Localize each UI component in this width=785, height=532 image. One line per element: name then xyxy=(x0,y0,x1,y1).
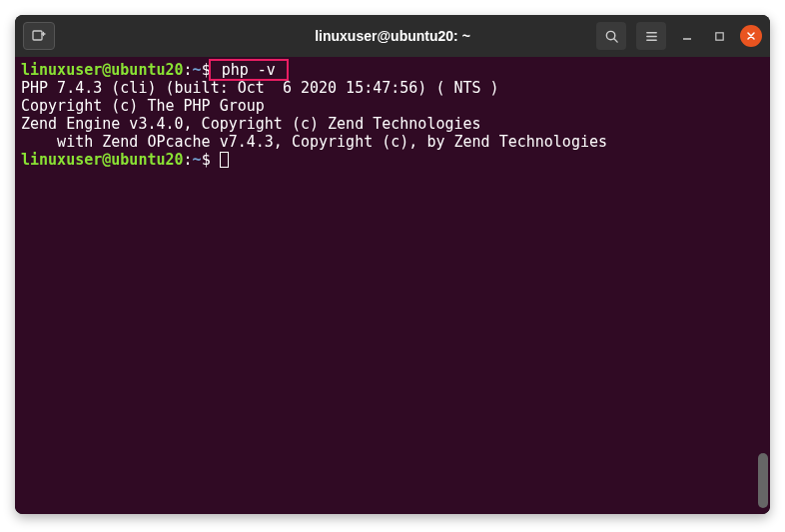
search-icon xyxy=(604,29,619,44)
new-tab-icon xyxy=(31,28,47,44)
output-line-2: Copyright (c) The PHP Group xyxy=(21,97,764,115)
minimize-icon xyxy=(681,30,693,42)
maximize-icon xyxy=(714,31,725,42)
output-line-4: with Zend OPcache v7.4.3, Copyright (c),… xyxy=(21,133,764,151)
titlebar-right xyxy=(596,22,762,50)
svg-rect-0 xyxy=(33,31,42,40)
prompt-user: linuxuser@ubuntu20 xyxy=(21,61,184,79)
output-line-3: Zend Engine v3.4.0, Copyright (c) Zend T… xyxy=(21,115,764,133)
scrollbar-thumb[interactable] xyxy=(758,453,768,508)
command-text: php -v xyxy=(222,61,276,79)
prompt-symbol: $ xyxy=(202,151,211,169)
prompt-colon: : xyxy=(184,151,193,169)
prompt-line-2: linuxuser@ubuntu20:~$ xyxy=(21,151,764,170)
close-icon xyxy=(746,31,756,41)
prompt-line-1: linuxuser@ubuntu20:~$ php -v xyxy=(21,61,764,79)
minimize-button[interactable] xyxy=(676,25,698,47)
maximize-button[interactable] xyxy=(708,25,730,47)
prompt-user: linuxuser@ubuntu20 xyxy=(21,151,184,169)
svg-rect-2 xyxy=(715,32,722,39)
prompt-colon: : xyxy=(184,61,193,79)
titlebar: linuxuser@ubuntu20: ~ xyxy=(15,15,770,57)
cursor xyxy=(220,152,229,168)
menu-button[interactable] xyxy=(636,22,666,50)
search-button[interactable] xyxy=(596,22,626,50)
prompt-path: ~ xyxy=(193,151,202,169)
close-button[interactable] xyxy=(740,25,762,47)
new-tab-button[interactable] xyxy=(23,22,55,50)
command-highlight: php -v xyxy=(209,59,289,81)
output-line-1: PHP 7.4.3 (cli) (built: Oct 6 2020 15:47… xyxy=(21,79,764,97)
titlebar-left xyxy=(23,22,55,50)
window-title: linuxuser@ubuntu20: ~ xyxy=(315,28,470,44)
prompt-path: ~ xyxy=(193,61,202,79)
terminal-body[interactable]: linuxuser@ubuntu20:~$ php -v PHP 7.4.3 (… xyxy=(15,57,770,514)
hamburger-icon xyxy=(644,29,659,44)
terminal-window: linuxuser@ubuntu20: ~ xyxy=(15,15,770,514)
